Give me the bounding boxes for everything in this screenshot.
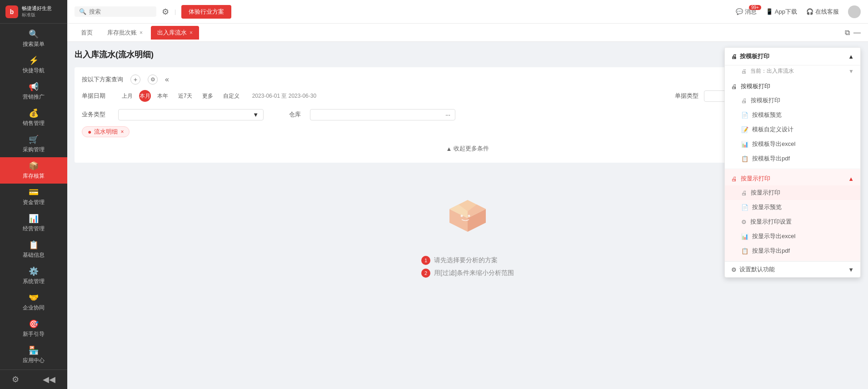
sidebar-item-marketing[interactable]: 📢 营销推广 [0, 78, 67, 105]
doc-type-label: 单据类型 [675, 92, 698, 100]
date-last-7-days[interactable]: 近7天 [175, 91, 196, 101]
dropdown-item-template-print[interactable]: 🖨 按模板打印 [725, 93, 860, 108]
sidebar-item-label: 快捷导航 [23, 67, 45, 75]
sidebar-item-purchase[interactable]: 🛒 采购管理 [0, 131, 67, 157]
dropdown-header: 🖨 按模板打印 ▲ [725, 48, 860, 65]
sidebar-item-apps[interactable]: 🏪 应用中心 [0, 342, 67, 368]
flow-tag[interactable]: ● 流水明细 × [82, 126, 130, 137]
item-preview-icon: 📄 [741, 112, 748, 119]
empty-step-2: 2 用[过滤]条件来缩小分析范围 [421, 269, 514, 278]
dropdown-item-display-print[interactable]: 🖨 按显示打印 [725, 185, 860, 200]
business-type-select[interactable]: ▼ [118, 109, 264, 120]
sidebar-item-operation[interactable]: 📊 经营管理 [0, 210, 67, 236]
filter-settings-button[interactable]: ⚙ [148, 75, 158, 85]
app-download-button[interactable]: 📱 App下载 [766, 8, 797, 16]
tab-batch-close-icon[interactable]: × [140, 30, 143, 36]
online-service-button[interactable]: 🎧 在线客服 [806, 8, 839, 16]
sidebar-item-sales[interactable]: 💰 销售管理 [0, 105, 67, 131]
sidebar-footer: ⚙ ◀◀ [0, 369, 67, 389]
sidebar-item-system[interactable]: ⚙️ 系统管理 [0, 263, 67, 289]
dropdown-item-display-settings[interactable]: ⚙ 按显示打印设置 [725, 214, 860, 229]
sidebar-item-guide[interactable]: 🎯 新手引导 [0, 315, 67, 342]
search-icon: 🔍 [79, 8, 86, 15]
date-label: 单据日期 [82, 92, 111, 100]
dropdown-item-display-excel[interactable]: 📊 按显示导出excel [725, 229, 860, 244]
item-label: 按显示导出pdf [752, 247, 790, 255]
dropdown-current-chevron: ▼ [848, 68, 854, 75]
dropdown-item-template-pdf[interactable]: 📋 按模板导出pdf [725, 151, 860, 166]
sidebar-item-inventory[interactable]: 📦 库存核算 [0, 157, 67, 184]
flow-tag-close[interactable]: × [120, 129, 124, 135]
page-title: 出入库流水(流水明细) [75, 49, 154, 60]
footer-settings-icon: ⚙ [731, 266, 737, 273]
item-display-print-icon: 🖨 [741, 190, 747, 196]
dropdown-header-actions: ▲ [848, 53, 854, 60]
marketing-icon: 📢 [29, 82, 39, 92]
dropdown-section-display-header[interactable]: 🖨 按显示打印 ▲ [725, 172, 860, 185]
dropdown-section-display-title: 🖨 按显示打印 [731, 175, 770, 183]
collapse-more-label: 收起更多条件 [454, 145, 489, 153]
sidebar-item-label: 基础信息 [23, 251, 45, 259]
flow-tag-icon: ● [88, 128, 91, 135]
item-label: 按模板导出excel [752, 140, 795, 148]
date-last-month[interactable]: 上月 [118, 91, 136, 101]
dropdown-current: 🖨 当前：出入库流水 ▼ [725, 65, 860, 77]
main-area: 🔍 ⚙ | 体验行业方案 💬 消息 99+ 📱 App下载 🎧 在线客服 [67, 0, 868, 389]
dropdown-item-template-excel[interactable]: 📊 按模板导出excel [725, 137, 860, 151]
item-display-excel-icon: 📊 [741, 233, 748, 240]
tab-flow-detail[interactable]: 出入库流水 × [151, 26, 199, 40]
purchase-icon: 🛒 [29, 135, 39, 145]
topbar-right: 💬 消息 99+ 📱 App下载 🎧 在线客服 [736, 5, 861, 18]
footer-chevron: ▼ [848, 266, 854, 273]
template-print-icon: 🖨 [731, 83, 737, 90]
cooperation-icon: 🤝 [29, 293, 39, 303]
tab-flow-close-icon[interactable]: × [190, 30, 193, 36]
date-range-display: 2023-06-01 至 2023-06-30 [252, 92, 316, 100]
filter-add-button[interactable]: + [130, 75, 140, 85]
date-more[interactable]: 更多 [199, 91, 217, 101]
search-input[interactable] [89, 8, 152, 15]
date-custom[interactable]: 自定义 [219, 91, 243, 101]
dropdown-section-template-header[interactable]: 🖨 按模板打印 [725, 80, 860, 93]
date-this-year[interactable]: 本年 [154, 91, 172, 101]
sidebar-item-wechat[interactable]: 💬 企业微信 [0, 368, 67, 369]
sidebar-collapse-button[interactable]: ◀◀ [43, 374, 55, 384]
dropdown-item-template-preview[interactable]: 📄 按模板预览 [725, 108, 860, 122]
tab-restore-button[interactable]: ⧉ [845, 29, 850, 37]
tab-home[interactable]: 首页 [75, 26, 99, 40]
date-this-month[interactable]: 本月 [139, 90, 151, 102]
topbar-settings-icon[interactable]: ⚙ [162, 7, 169, 17]
empty-icon-svg [443, 195, 493, 245]
service-icon: 🎧 [806, 8, 813, 15]
sidebar-item-search[interactable]: 🔍 搜索菜单 [0, 25, 67, 52]
sidebar-settings-button[interactable]: ⚙ [12, 374, 19, 384]
tab-batch-label: 库存批次账 [107, 29, 137, 37]
item-display-pdf-icon: 📋 [741, 248, 748, 254]
dropdown-footer[interactable]: ⚙ 设置默认功能 ▼ [725, 261, 860, 277]
tab-batch-account[interactable]: 库存批次账 × [101, 26, 149, 40]
sidebar-item-basic[interactable]: 📋 基础信息 [0, 236, 67, 263]
warehouse-input[interactable]: ··· [310, 109, 455, 120]
dropdown-expand-icon[interactable]: ▲ [848, 53, 854, 60]
sidebar-item-finance[interactable]: 💳 资金管理 [0, 184, 67, 210]
dropdown-item-display-pdf[interactable]: 📋 按显示导出pdf [725, 244, 860, 258]
dropdown-item-template-custom[interactable]: 📝 模板自定义设计 [725, 122, 860, 137]
tab-flow-label: 出入库流水 [157, 29, 187, 37]
sidebar-item-cooperation[interactable]: 🤝 企业协同 [0, 289, 67, 315]
item-label: 模板自定义设计 [752, 125, 793, 134]
trial-button[interactable]: 体验行业方案 [181, 5, 231, 19]
filter-label: 按以下方案查询 [82, 75, 123, 84]
tab-minimize-button[interactable]: — [853, 29, 861, 37]
service-label: 在线客服 [815, 8, 839, 16]
user-avatar[interactable] [848, 5, 861, 18]
message-button[interactable]: 💬 消息 99+ [736, 8, 757, 16]
dropdown-item-display-preview[interactable]: 📄 按显示预览 [725, 200, 860, 214]
sidebar-item-quick-nav[interactable]: ⚡ 快捷导航 [0, 52, 67, 78]
sidebar-item-label: 销售管理 [23, 120, 45, 127]
filter-collapse-icon[interactable]: « [165, 75, 169, 84]
dropdown-current-icon: 🖨 [741, 68, 747, 75]
inventory-icon: 📦 [29, 161, 39, 171]
item-label: 按显示预览 [752, 203, 782, 211]
basic-icon: 📋 [29, 240, 39, 250]
print-dropdown-panel: 🖨 按模板打印 ▲ 🖨 当前：出入库流水 ▼ 🖨 按模板打印 [724, 47, 861, 278]
